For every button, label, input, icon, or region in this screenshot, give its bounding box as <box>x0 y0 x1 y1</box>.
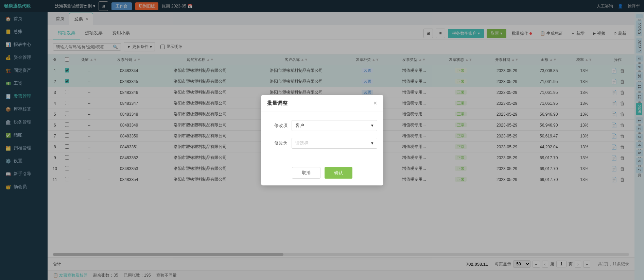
modal-header: 批量调整 × <box>261 95 383 112</box>
modify-field-row: 修改项 客户 ▾ <box>267 120 377 131</box>
modal-close-btn[interactable]: × <box>373 100 377 107</box>
modal-footer: 取消 确认 <box>261 164 383 185</box>
modal-title: 批量调整 <box>267 100 288 106</box>
modal-body: 修改项 客户 ▾ 修改为 请选择 ▾ <box>261 112 383 164</box>
modify-field-label: 修改项 <box>267 122 288 129</box>
modify-field-dropdown-icon: ▾ <box>371 123 373 128</box>
modify-to-dropdown-icon: ▾ <box>371 141 373 146</box>
modify-field-select[interactable]: 客户 ▾ <box>292 120 377 131</box>
modify-to-row: 修改为 请选择 ▾ <box>267 138 377 149</box>
modal-overlay[interactable]: 批量调整 × 修改项 客户 ▾ 修改为 请选择 ▾ 取消 确认 <box>0 0 644 280</box>
modify-to-label: 修改为 <box>267 140 288 146</box>
modify-to-select[interactable]: 请选择 ▾ <box>292 138 377 149</box>
modify-field-value: 客户 <box>295 122 304 129</box>
confirm-btn[interactable]: 确认 <box>325 167 352 179</box>
modify-to-placeholder: 请选择 <box>295 140 309 146</box>
cancel-btn[interactable]: 取消 <box>292 167 320 179</box>
batch-adjust-modal: 批量调整 × 修改项 客户 ▾ 修改为 请选择 ▾ 取消 确认 <box>261 95 383 185</box>
